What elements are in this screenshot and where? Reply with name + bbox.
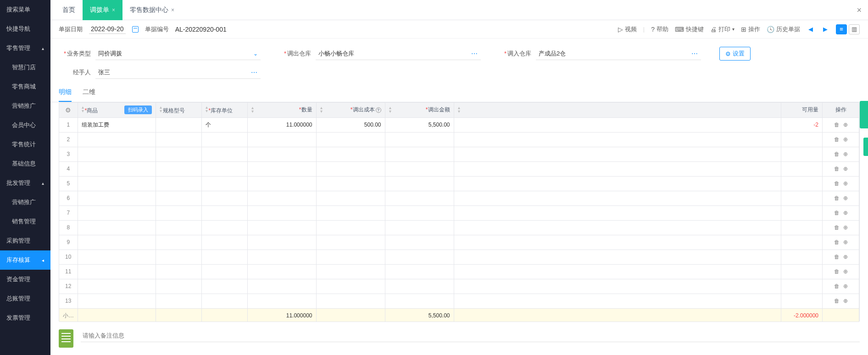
col-gear[interactable]: ⚙: [59, 103, 78, 117]
close-all-tabs[interactable]: ×: [857, 5, 862, 15]
col-cost[interactable]: ▴▾*调出成本?: [316, 103, 385, 117]
table-row[interactable]: 3🗑⊕: [59, 147, 859, 161]
history-button[interactable]: 🕓历史单据: [767, 25, 800, 33]
table-row[interactable]: 10🗑⊕: [59, 250, 859, 264]
table-row[interactable]: 11🗑⊕: [59, 264, 859, 279]
sidebar-item[interactable]: 智慧门店: [0, 58, 50, 77]
delete-row-icon[interactable]: 🗑: [834, 166, 840, 172]
shortcut-link[interactable]: ⌨快捷键: [675, 25, 704, 33]
sidebar-item[interactable]: 营销推广: [0, 96, 50, 116]
tab[interactable]: 首页: [55, 0, 83, 20]
add-row-icon[interactable]: ⊕: [843, 298, 848, 304]
subtotal-row: 小计 11.000000 5,500.00 -2.000000: [59, 308, 859, 322]
sidebar-item[interactable]: 快捷导航: [0, 19, 50, 39]
print-button[interactable]: 🖨打印▾: [710, 25, 734, 33]
doc-date-value[interactable]: 2022-09-20: [89, 24, 126, 34]
sidebar-item[interactable]: 营销推广: [0, 193, 50, 212]
biz-type-select[interactable]: 同价调拨⌄: [95, 47, 261, 60]
side-drawer-knob[interactable]: [863, 138, 868, 156]
col-spec[interactable]: ▴▾规格型号: [156, 103, 201, 117]
add-row-icon[interactable]: ⊕: [843, 166, 848, 172]
delete-row-icon[interactable]: 🗑: [834, 136, 840, 143]
table-row[interactable]: 9🗑⊕: [59, 235, 859, 250]
close-icon[interactable]: ×: [171, 7, 174, 13]
sidebar-item[interactable]: 资金管理: [0, 270, 50, 289]
table-row[interactable]: 13🗑⊕: [59, 294, 859, 308]
add-row-icon[interactable]: ⊕: [843, 180, 848, 187]
add-row-icon[interactable]: ⊕: [843, 254, 848, 260]
prev-doc[interactable]: ◀: [807, 26, 815, 33]
sidebar-item[interactable]: 发票管理: [0, 308, 50, 327]
sidebar-item[interactable]: 采购管理: [0, 231, 50, 250]
settings-button[interactable]: ⚙设置: [719, 47, 751, 61]
video-link[interactable]: ▷视频: [618, 25, 637, 33]
delete-row-icon[interactable]: 🗑: [834, 224, 840, 231]
add-row-icon[interactable]: ⊕: [843, 151, 848, 157]
sidebar-item[interactable]: 零售管理▴: [0, 39, 50, 58]
delete-row-icon[interactable]: 🗑: [834, 210, 840, 216]
table-row[interactable]: 2🗑⊕: [59, 132, 859, 147]
in-wh-label: 调入仓库: [507, 50, 531, 57]
delete-row-icon[interactable]: 🗑: [834, 195, 840, 201]
grid-icon: ⊞: [741, 26, 746, 33]
sidebar-item[interactable]: 搜索菜单: [0, 0, 50, 19]
close-icon[interactable]: ×: [112, 7, 115, 13]
col-amount[interactable]: ▴▾*调出金额: [385, 103, 454, 117]
sidebar-item[interactable]: 总账管理: [0, 289, 50, 308]
table-row[interactable]: 7🗑⊕: [59, 205, 859, 220]
table-row[interactable]: 6🗑⊕: [59, 191, 859, 205]
add-row-icon[interactable]: ⊕: [843, 268, 848, 275]
history-icon: 🕓: [767, 26, 774, 33]
operate-button[interactable]: ⊞操作: [741, 25, 760, 33]
table-row[interactable]: 1组装加工费个11.000000500.005,500.00-2🗑⊕: [59, 117, 859, 132]
calendar-icon[interactable]: [132, 26, 139, 33]
add-row-icon[interactable]: ⊕: [843, 122, 848, 128]
tab-detail[interactable]: 明细: [59, 88, 72, 102]
tab[interactable]: 调拨单×: [83, 0, 122, 20]
col-unit[interactable]: ▴▾*库存单位: [201, 103, 247, 117]
next-doc[interactable]: ▶: [821, 26, 829, 33]
handler-select[interactable]: 张三⋯: [95, 66, 261, 79]
delete-row-icon[interactable]: 🗑: [834, 283, 840, 289]
delete-row-icon[interactable]: 🗑: [834, 239, 840, 245]
help-link[interactable]: ?帮助: [651, 25, 668, 33]
sidebar-item[interactable]: 销售管理: [0, 212, 50, 231]
sidebar-item[interactable]: 零售统计: [0, 135, 50, 154]
note-icon[interactable]: [59, 329, 73, 348]
sidebar-item[interactable]: 零售商城: [0, 77, 50, 96]
help-icon[interactable]: ?: [376, 107, 381, 113]
delete-row-icon[interactable]: 🗑: [834, 254, 840, 260]
col-blank[interactable]: ▴▾: [454, 103, 781, 117]
table-row[interactable]: 12🗑⊕: [59, 279, 859, 294]
out-wh-select[interactable]: 小畅小畅仓库⋯: [316, 47, 481, 60]
sidebar-item[interactable]: 会员中心: [0, 116, 50, 135]
side-drawer-handle[interactable]: [860, 101, 868, 128]
scan-input-button[interactable]: 扫码录入: [124, 105, 152, 114]
delete-row-icon[interactable]: 🗑: [834, 180, 840, 187]
list-view-toggle[interactable]: ≡: [836, 24, 847, 34]
sidebar-item[interactable]: 批发管理▴: [0, 173, 50, 193]
col-qty[interactable]: ▴▾*数量: [247, 103, 316, 117]
add-row-icon[interactable]: ⊕: [843, 210, 848, 216]
delete-row-icon[interactable]: 🗑: [834, 151, 840, 157]
add-row-icon[interactable]: ⊕: [843, 136, 848, 143]
col-product[interactable]: ▴▾*商品扫码录入: [78, 103, 156, 117]
add-row-icon[interactable]: ⊕: [843, 195, 848, 201]
col-available[interactable]: 可用量: [781, 103, 823, 117]
in-wh-select[interactable]: 产成品2仓⋯: [536, 47, 701, 60]
remark-input[interactable]: [81, 329, 860, 342]
delete-row-icon[interactable]: 🗑: [834, 298, 840, 304]
card-view-toggle[interactable]: ▥: [849, 24, 860, 34]
tab-two-dim[interactable]: 二维: [83, 88, 95, 102]
table-row[interactable]: 5🗑⊕: [59, 176, 859, 191]
table-row[interactable]: 4🗑⊕: [59, 161, 859, 176]
add-row-icon[interactable]: ⊕: [843, 239, 848, 245]
delete-row-icon[interactable]: 🗑: [834, 268, 840, 275]
sidebar-item[interactable]: 库存核算◂: [0, 250, 50, 270]
tab[interactable]: 零售数据中心×: [122, 0, 182, 20]
sidebar-item[interactable]: 基础信息: [0, 154, 50, 173]
add-row-icon[interactable]: ⊕: [843, 283, 848, 289]
add-row-icon[interactable]: ⊕: [843, 224, 848, 231]
table-row[interactable]: 8🗑⊕: [59, 220, 859, 235]
delete-row-icon[interactable]: 🗑: [834, 122, 840, 128]
